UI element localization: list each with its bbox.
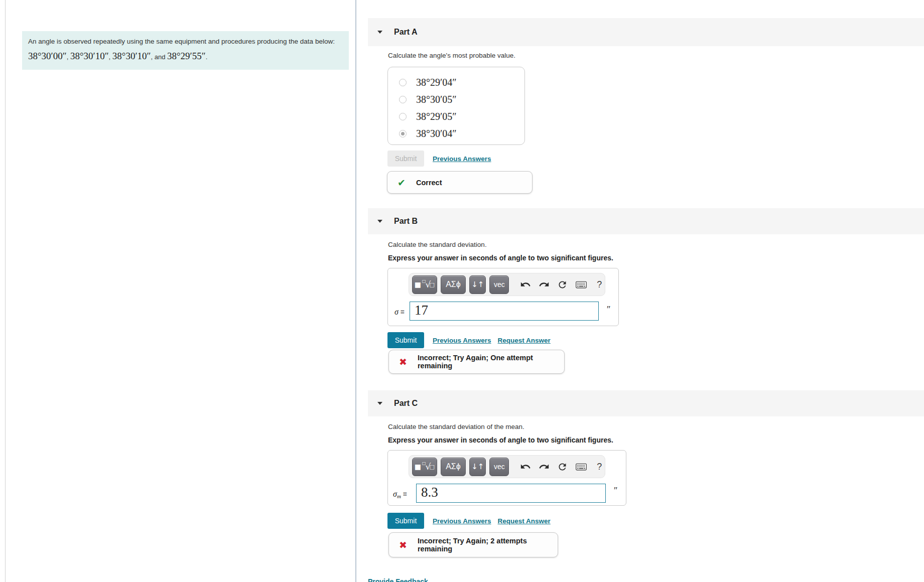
math-toolbar: ■ □ √ □ ΑΣϕ ↓↑ vec	[409, 455, 605, 478]
part-a-prompt: Calculate the angle's most probable valu…	[388, 52, 515, 59]
undo-redo-arrows-button[interactable]: ↓↑	[469, 458, 486, 476]
keyboard-icon[interactable]	[576, 279, 587, 290]
radio-option-label: 38°30′05″	[416, 94, 457, 105]
part-b-answer-input[interactable]: 17	[410, 302, 599, 321]
redo-icon[interactable]	[539, 279, 550, 290]
part-c-submit-button[interactable]: Submit	[387, 513, 424, 529]
part-c-request-answer-link[interactable]: Request Answer	[498, 517, 551, 525]
vector-button[interactable]: vec	[489, 275, 509, 294]
angle-value: 38°30′10″	[112, 51, 151, 61]
part-b-title: Part B	[394, 217, 418, 226]
radio-option-label: 38°30′04″	[416, 128, 457, 139]
provide-feedback-link[interactable]: Provide Feedback	[368, 577, 428, 582]
help-button[interactable]: ?	[594, 461, 605, 472]
part-b-request-answer-link[interactable]: Request Answer	[498, 337, 551, 344]
part-b-submit-button[interactable]: Submit	[387, 332, 424, 348]
radio-option-label: 38°29′04″	[416, 77, 457, 88]
part-b-variable-label: σ =	[394, 308, 405, 317]
part-b-result-box: ✖ Incorrect; Try Again; One attempt rema…	[388, 350, 565, 374]
collapse-caret-icon[interactable]	[377, 31, 382, 34]
problem-statement: An angle is observed repeatedly using th…	[28, 37, 342, 46]
part-c-unit-arcseconds: ″	[614, 486, 618, 496]
part-c-previous-answers-link[interactable]: Previous Answers	[433, 517, 491, 525]
vector-button[interactable]: vec	[489, 458, 509, 476]
panel-splitter[interactable]	[355, 0, 356, 582]
part-c-action-row: Submit Previous Answers Request Answer	[387, 513, 551, 529]
part-a-title: Part A	[394, 28, 418, 37]
part-b-previous-answers-link[interactable]: Previous Answers	[433, 337, 491, 344]
math-toolbar: ■ □ √ □ ΑΣϕ ↓↑ vec	[409, 273, 605, 296]
radio-button-icon[interactable]	[399, 79, 407, 86]
part-c-instruction: Express your answer in seconds of angle …	[388, 436, 613, 444]
part-b-action-row: Submit Previous Answers Request Answer	[387, 332, 551, 348]
part-b-math-input-widget: ■ □ √ □ ΑΣϕ ↓↑ vec	[387, 268, 619, 326]
collapse-caret-icon[interactable]	[377, 220, 382, 223]
problem-statement-box: An angle is observed repeatedly using th…	[22, 31, 349, 70]
assignment-page: An angle is observed repeatedly using th…	[0, 0, 924, 582]
undo-redo-arrows-button[interactable]: ↓↑	[469, 275, 486, 294]
part-a-action-row: Submit Previous Answers	[387, 151, 491, 167]
collapse-caret-icon[interactable]	[377, 402, 382, 405]
part-b-prompt: Calculate the standard deviation.	[388, 241, 487, 248]
part-a-submit-button[interactable]: Submit	[387, 151, 424, 167]
radio-option-1[interactable]: 38°29′04″	[399, 74, 524, 91]
angle-value: 38°29′55″	[167, 51, 206, 61]
radio-button-icon[interactable]	[399, 113, 407, 120]
part-a-result-box: ✔ Correct	[387, 171, 533, 194]
radio-option-3[interactable]: 38°29′05″	[399, 108, 524, 125]
part-a-result-text: Correct	[416, 179, 442, 187]
greek-symbols-button[interactable]: ΑΣϕ	[441, 458, 466, 476]
check-icon: ✔	[398, 177, 406, 188]
part-a-header[interactable]: Part A	[368, 18, 924, 46]
left-panel-border	[5, 0, 6, 582]
radio-button-icon[interactable]	[399, 96, 407, 103]
incorrect-x-icon: ✖	[399, 356, 407, 367]
part-c-result-text: Incorrect; Try Again; 2 attempts remaini…	[418, 537, 558, 553]
reset-icon[interactable]	[557, 461, 568, 472]
part-c-prompt: Calculate the standard deviation of the …	[388, 423, 524, 430]
problem-data-values: 38°30′00″, 38°30′10″, 38°30′10″, and 38°…	[28, 51, 342, 62]
angle-value: 38°30′10″	[70, 51, 109, 61]
part-b-header[interactable]: Part B	[368, 208, 924, 234]
part-b-unit-arcseconds: ″	[607, 305, 611, 315]
math-templates-button[interactable]: ■ □ √ □	[412, 275, 437, 294]
part-c-math-input-widget: ■ □ √ □ ΑΣϕ ↓↑ vec	[387, 450, 626, 506]
part-c-answer-input[interactable]: 8.3	[416, 484, 606, 503]
radio-option-2[interactable]: 38°30′05″	[399, 91, 524, 108]
help-button[interactable]: ?	[594, 279, 605, 290]
part-c-header[interactable]: Part C	[368, 390, 924, 416]
incorrect-x-icon: ✖	[399, 539, 407, 550]
math-templates-button[interactable]: ■ □ √ □	[412, 458, 437, 476]
angle-value: 38°30′00″	[28, 51, 67, 61]
radio-option-4[interactable]: 38°30′04″	[399, 125, 524, 142]
undo-icon[interactable]	[520, 461, 531, 472]
radio-option-label: 38°29′05″	[416, 111, 457, 122]
radio-button-selected-icon[interactable]	[399, 130, 407, 137]
part-c-result-box: ✖ Incorrect; Try Again; 2 attempts remai…	[388, 532, 558, 557]
part-c-title: Part C	[394, 399, 418, 408]
reset-icon[interactable]	[557, 279, 568, 290]
keyboard-icon[interactable]	[576, 461, 587, 472]
redo-icon[interactable]	[539, 461, 550, 472]
undo-icon[interactable]	[520, 279, 531, 290]
part-b-result-text: Incorrect; Try Again; One attempt remain…	[418, 354, 564, 370]
part-a-answer-choices: 38°29′04″ 38°30′05″ 38°29′05″ 38°30′04″	[387, 67, 525, 145]
part-c-variable-label: σm =	[393, 490, 407, 499]
part-a-previous-answers-link[interactable]: Previous Answers	[433, 155, 491, 163]
part-b-instruction: Express your answer in seconds of angle …	[388, 254, 613, 262]
greek-symbols-button[interactable]: ΑΣϕ	[441, 275, 466, 294]
